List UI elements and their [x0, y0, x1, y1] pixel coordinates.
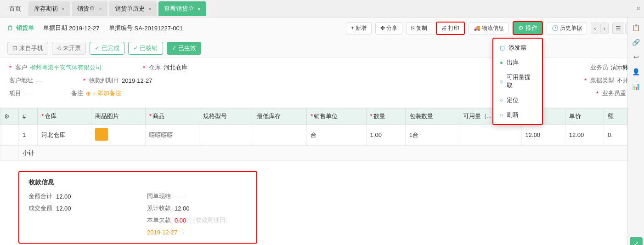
dropdown-available-label: 可用量提取 — [507, 73, 536, 90]
col-sales-unit: *销售单位 — [307, 108, 366, 125]
sales-staff-label: 业务员孟 — [602, 89, 626, 97]
dropdown-available[interactable]: ○ 可用量提取 — [493, 70, 542, 93]
logistics-button[interactable]: 🚚 物流信息 — [469, 22, 509, 34]
doc-icon: 🗒 — [7, 25, 13, 32]
doc-title-text: 销货单 — [16, 24, 34, 32]
share-button[interactable]: ✤ 分享 — [375, 22, 402, 34]
next-arrow[interactable]: › — [600, 23, 609, 34]
dropdown-add-invoice[interactable]: ▢ 添发票 — [493, 40, 542, 55]
tab-inventory-close[interactable]: × — [62, 6, 64, 11]
due-date-field: * 收款到期日 2019-12-27 — [83, 76, 153, 85]
row-unit-price: 12.00 — [565, 125, 604, 146]
sidebar-icon-3[interactable]: ↩ — [630, 51, 643, 63]
doc-date-value: 2019-12-27 — [69, 25, 100, 32]
col-pack-qty: 包装数量 — [405, 108, 459, 125]
notes-label: 备注 — [71, 89, 83, 97]
sidebar-icon-1[interactable]: 📋 — [630, 21, 643, 34]
available-icon: ○ — [500, 78, 503, 85]
row-pack-qty: 1台 — [405, 125, 459, 146]
tab-bar-right: × — [636, 5, 640, 13]
payment-empty-left — [28, 216, 129, 236]
print-button[interactable]: 🖨 打印 — [436, 22, 465, 35]
form-section: * 客户 柳州粤港平安气体有限公司 * 仓库 河北仓库 业务员 演示账号 客户地… — [0, 58, 644, 108]
sidebar-icon-6[interactable]: ⤢ — [630, 237, 643, 245]
tab-view-label: 查看销货单 — [164, 5, 194, 13]
col-num: # — [19, 108, 38, 125]
row-settings — [0, 125, 19, 146]
doc-meta: 单据日期 2019-12-27 单据编号 SA-20191227-001 — [43, 24, 183, 32]
dropdown-refresh-label: 刷新 — [507, 111, 519, 119]
add-notes-icon: ⊕ — [86, 90, 91, 97]
subtotal-row: 小计 — [0, 146, 627, 161]
effective-btn[interactable]: ✓ 已生效 — [167, 42, 202, 55]
copy-button[interactable]: ⎘ 复制 — [406, 22, 432, 34]
tab-history-close[interactable]: × — [148, 6, 151, 11]
uninvoiced-btn[interactable]: ⊙ 未开票 — [52, 42, 86, 55]
row-warehouse: 河北仓库 — [38, 125, 91, 146]
doc-date-field: 单据日期 2019-12-27 — [43, 24, 100, 32]
from-mobile-btn[interactable]: ⊡ 来自手机 — [7, 42, 48, 55]
dropdown-locate[interactable]: ○ 定位 — [493, 93, 542, 108]
tab-home[interactable]: 首页 — [4, 1, 27, 16]
bottom-section: 收款信息 金额合计 12.00 同单现结 —— 成交金额 12.00 — [0, 161, 644, 245]
tab-inventory[interactable]: 库存期初 × — [28, 1, 70, 16]
customer-value[interactable]: 柳州粤港平安气体有限公司 — [30, 63, 102, 72]
payment-collected-label: 累计收款 — [147, 204, 171, 212]
tab-view-close[interactable]: × — [198, 6, 200, 11]
col-spec: 规格型号 — [199, 108, 253, 125]
dropdown-outbound[interactable]: ● 出库 — [493, 55, 542, 70]
dropdown-add-invoice-label: 添发票 — [508, 44, 526, 52]
window-close-button[interactable]: × — [636, 5, 640, 13]
refresh-icon: ○ — [500, 112, 503, 118]
col-product-img: 商品图片 — [91, 108, 145, 125]
dropdown-refresh[interactable]: ○ 刷新 — [493, 108, 542, 122]
row-min-stock — [253, 125, 307, 146]
new-button[interactable]: + 新增 — [346, 22, 372, 34]
history-button[interactable]: 🕐 历史单据 — [547, 22, 587, 34]
col-warehouse: *仓库 — [38, 108, 91, 125]
project-field: 项目 — — [9, 89, 30, 97]
completed-btn[interactable]: ✓ 已完成 — [90, 42, 124, 55]
row-available — [459, 125, 521, 146]
effective-label: ✓ 已生效 — [172, 44, 197, 52]
verified-btn[interactable]: ✓ 已核销 — [128, 42, 163, 55]
row-num: 1 — [19, 125, 38, 146]
notes-field: 备注 ⊕ + 添加备注 — [71, 89, 121, 97]
tab-view-sales[interactable]: 查看销货单 × — [158, 1, 206, 16]
main-content: 🗒 销货单 单据日期 2019-12-27 单据编号 SA-20191227-0… — [0, 17, 644, 245]
from-mobile-label: ⊡ 来自手机 — [12, 44, 43, 52]
doc-date-label: 单据日期 — [43, 24, 67, 32]
row-spec — [199, 125, 253, 146]
tab-sales-history[interactable]: 销货单历史 × — [109, 1, 157, 16]
row-quantity: 1.00 — [366, 125, 405, 146]
row-stock: 12.00 — [521, 125, 565, 146]
col-quantity: *数量 — [366, 108, 405, 125]
operate-wrapper: ⚙ 操作 ▢ 添发票 ● 出库 ○ — [513, 21, 543, 35]
payment-collected-value: 12.00 — [175, 205, 190, 212]
payment-due-date: 2019-12-27 — [147, 229, 178, 236]
warehouse-required-star: * — [143, 64, 145, 71]
add-notes-btn[interactable]: ⊕ + 添加备注 — [86, 89, 121, 97]
uninvoiced-label: ⊙ 未开票 — [57, 44, 81, 52]
operate-button[interactable]: ⚙ 操作 — [513, 21, 543, 35]
tab-bar: 首页 库存期初 × 销货单 × 销货单历史 × 查看销货单 × × — [0, 0, 644, 17]
payment-grid: 金额合计 12.00 同单现结 —— 成交金额 12.00 累计收款 12.00 — [28, 192, 247, 236]
list-view-btn[interactable]: ☰ — [612, 23, 624, 34]
payment-overdue-row: 本单欠款 0.00 （收款到期日: 2019-12-27） — [147, 216, 247, 236]
tab-sales-close[interactable]: × — [99, 6, 102, 11]
tab-sales-order[interactable]: 销货单 × — [72, 1, 107, 16]
prev-arrow[interactable]: ‹ — [591, 23, 599, 34]
payment-total-label: 金额合计 — [28, 192, 52, 200]
row-product-img — [91, 125, 145, 146]
sidebar-icon-4[interactable]: 👤 — [630, 65, 643, 78]
due-date-label: 收款到期日 — [89, 76, 119, 85]
sidebar-icon-2[interactable]: 🔗 — [630, 36, 643, 49]
operate-label: ⚙ 操作 — [518, 24, 537, 32]
address-value: — — [36, 77, 42, 84]
product-thumbnail — [95, 128, 108, 141]
subtotal-label: 小计 — [19, 146, 627, 161]
add-invoice-icon: ▢ — [500, 45, 505, 51]
sidebar-icon-5[interactable]: 📊 — [630, 80, 643, 93]
payment-deal-row: 成交金额 12.00 — [28, 204, 129, 212]
warehouse-field: * 仓库 河北仓库 — [143, 63, 187, 72]
